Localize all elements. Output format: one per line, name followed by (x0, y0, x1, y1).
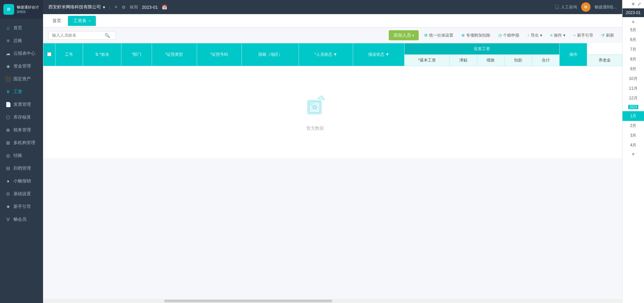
month-item-9[interactable]: 9月 (622, 64, 644, 74)
sidebar-item-settings[interactable]: ⊙ 基础设置 (0, 187, 43, 200)
sidebar-item-guide[interactable]: ★ 新手引导 (0, 200, 43, 213)
help-button[interactable]: 🎧 人工咨询 (555, 4, 577, 10)
deduction-icon: ⊕ (461, 33, 465, 38)
th-checkbox[interactable] (43, 43, 55, 66)
sidebar-item-funds[interactable]: ◈ 资金管理 (0, 60, 43, 73)
member-icon: V (5, 217, 11, 222)
scroll-up-button[interactable]: ▲ (622, 17, 644, 25)
company-dropdown-icon[interactable]: ▾ (103, 5, 105, 10)
month-item-5[interactable]: 5月 (622, 25, 644, 35)
scrollbar-thumb[interactable] (164, 300, 332, 302)
salary-table: 工号 ⇅ *姓名 *部门 *证照类型 *证照号码 国籍（地区） *人员状态 ▼ … (43, 43, 622, 158)
search-box[interactable]: 🔍 (48, 31, 116, 40)
operations-button[interactable]: ≡ 操作 ▾ (547, 31, 568, 40)
search-input[interactable] (52, 33, 103, 38)
refresh-label: 刷新 (606, 33, 614, 38)
month-item-12[interactable]: 12月 (622, 93, 644, 103)
sidebar-item-tax[interactable]: ⊕ 税务管理 (0, 124, 43, 136)
sidebar-item-home[interactable]: ⌂ 首页 (0, 21, 43, 34)
month-item-11[interactable]: 11月 (622, 84, 644, 93)
scroll-down-button[interactable]: ▼ (622, 150, 644, 158)
help-label: 人工咨询 (561, 4, 577, 10)
tab-salary[interactable]: 工资表 × (68, 16, 96, 26)
sidebar-item-invoice[interactable]: 📄 发票管理 (0, 98, 43, 111)
ledger-icon: ≡ (5, 38, 11, 43)
social-security-button[interactable]: ⚙ 统一社保设置 (421, 31, 456, 40)
app-logo: 好 畅捷通好会计 旗舰版 (0, 0, 43, 19)
sort-icon: ⇅ (95, 52, 99, 57)
sidebar-label-salary: 工资 (13, 89, 22, 95)
sidebar-item-fixed-assets[interactable]: ⬛ 固定资产 (0, 73, 43, 85)
sidebar-item-multi-org[interactable]: ⊞ 多机构管理 (0, 136, 43, 149)
export-arrow: ▾ (540, 33, 542, 38)
sidebar-item-member[interactable]: V 畅会员 (0, 213, 43, 226)
personal-tax-button[interactable]: ◷ 个税申报 (496, 31, 522, 40)
sidebar-item-archive[interactable]: ⊟ 归档管理 (0, 162, 43, 175)
th-base-salary: *基本工资 (405, 55, 450, 66)
checkout-icon: ◎ (5, 153, 11, 158)
sidebar-label-checkout: 结账 (13, 153, 22, 159)
sidebar-item-salary[interactable]: ¥ 工资 (0, 85, 43, 98)
month-item-7[interactable]: 7月 (622, 45, 644, 54)
topbar-right: 🎧 人工咨询 畅 畅捷通B组... (555, 2, 617, 12)
sidebar-item-ledger[interactable]: ≡ 总账 (0, 34, 43, 47)
special-deduction-button[interactable]: ⊕ 专项附加扣除 (459, 31, 493, 40)
select-all-checkbox[interactable] (47, 52, 51, 56)
export-button[interactable]: ↑ 导出 ▾ (525, 31, 545, 40)
month-item-8[interactable]: 8月 (622, 54, 644, 64)
empty-text: 暂无数据 (306, 125, 324, 131)
guide-button[interactable]: ○ 新手引导 (571, 31, 596, 40)
export-icon: ↑ (527, 33, 529, 38)
separator: | (109, 5, 110, 10)
month-item-4[interactable]: 4月 (622, 140, 644, 150)
calendar-icon[interactable]: 📅 (162, 5, 167, 10)
filter-icon-2[interactable]: ▼ (385, 52, 389, 57)
th-nationality: 国籍（地区） (242, 43, 299, 66)
tab-home[interactable]: 首页 (47, 16, 67, 26)
empty-state: 暂无数据 (43, 66, 587, 158)
company-name: 西安虾米网络科技有限公司 (48, 4, 101, 10)
guide-icon: ★ (5, 204, 11, 209)
company-selector[interactable]: 西安虾米网络科技有限公司 ▾ (48, 4, 105, 10)
tax-icon: ⊕ (5, 127, 11, 133)
sidebar-label-settings: 基础设置 (13, 191, 31, 197)
panel-close-icon[interactable]: ✕ (631, 1, 635, 7)
guide-icon: ○ (573, 33, 576, 38)
th-performance: 绩效 (477, 55, 505, 66)
year-2023-badge: 2023 (628, 105, 638, 109)
filter-icon[interactable]: ▼ (333, 52, 337, 57)
month-item-6[interactable]: 6月 (622, 35, 644, 45)
home-icon: ⌂ (5, 25, 11, 31)
ops-icon: ≡ (550, 33, 553, 38)
sidebar-item-checkout[interactable]: ◎ 结账 (0, 149, 43, 162)
settings-icon: ⊙ (5, 191, 11, 197)
refresh-button[interactable]: ↺ 刷新 (599, 31, 617, 40)
th-allowance: 津贴 (450, 55, 477, 66)
svg-marker-7 (318, 96, 325, 100)
sidebar-item-cloud-report[interactable]: ☁ 云报表中心 (0, 47, 43, 60)
month-item-2[interactable]: 2月 (622, 121, 644, 131)
month-item-3[interactable]: 3月 (622, 131, 644, 140)
month-item-1[interactable]: 1月 (622, 111, 644, 121)
svg-rect-6 (310, 104, 312, 105)
sidebar-label-multi-org: 多机构管理 (13, 140, 35, 146)
sidebar-label-archive: 归档管理 (13, 165, 31, 171)
salary-table-container: 工号 ⇅ *姓名 *部门 *证照类型 *证照号码 国籍（地区） *人员状态 ▼ … (43, 43, 622, 299)
dropdown-arrow-icon: ▾ (412, 34, 414, 37)
tab-close-icon[interactable]: × (88, 19, 90, 23)
table-scrollbar[interactable] (43, 299, 622, 303)
invoice-icon: 📄 (5, 102, 11, 107)
add-company-button[interactable]: + (114, 4, 117, 10)
sidebar-item-inventory[interactable]: ⬡ 库存核算 (0, 111, 43, 124)
panel-expand-icon[interactable]: ⤢ (637, 1, 641, 7)
sidebar-item-expense[interactable]: ♦ 小畅报销 (0, 175, 43, 187)
content-area: 🔍 添加人员 ▾ ⚙ 统一社保设置 ⊕ 专项附加扣除 ◷ 个税申报 (43, 28, 622, 303)
settings-icon[interactable]: ⚙ (122, 5, 126, 10)
add-person-button[interactable]: 添加人员 ▾ (389, 30, 419, 40)
month-item-10[interactable]: 10月 (622, 74, 644, 84)
sidebar: 好 畅捷通好会计 旗舰版 ⌂ 首页 ≡ 总账 ☁ 云报表中心 ◈ 资金管理 ⬛ … (0, 0, 43, 303)
th-salary-group: 应发工资 (405, 43, 560, 55)
sidebar-label-inventory: 库存核算 (13, 114, 31, 120)
ops-arrow: ▾ (563, 33, 565, 38)
fixed-assets-icon: ⬛ (5, 76, 11, 82)
